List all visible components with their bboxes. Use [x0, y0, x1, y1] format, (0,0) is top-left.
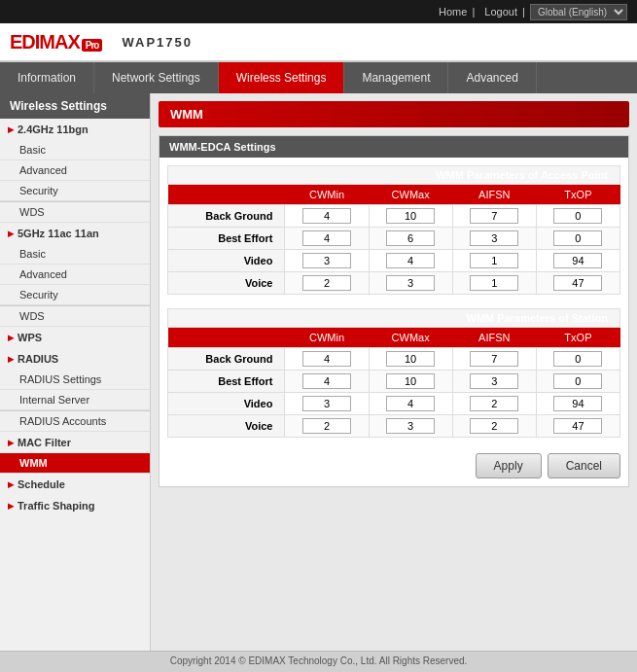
- ap-video-cwmin-input[interactable]: [302, 253, 351, 268]
- page-title: WMM: [159, 101, 629, 127]
- ap-video-cwmin: [285, 250, 369, 272]
- ap-bg-cwmax-input[interactable]: [386, 208, 435, 224]
- ap-be-cwmin-input[interactable]: [302, 230, 351, 246]
- ap-bg-cwmin: [285, 205, 369, 228]
- col-aifsn-ap: AIFSN: [452, 185, 536, 205]
- sta-bg-cwmin: [285, 348, 369, 371]
- sta-video-aifsn-input[interactable]: [470, 396, 518, 411]
- sidebar-item-2ghz-wds[interactable]: WDS: [0, 201, 150, 223]
- sidebar-item-5ghz-security[interactable]: Security: [0, 285, 150, 305]
- sta-video-cwmax-input[interactable]: [386, 396, 435, 411]
- ap-be-cwmax-input[interactable]: [386, 230, 435, 246]
- sidebar-item-2ghz-basic[interactable]: Basic: [0, 140, 150, 160]
- sidebar-item-internal-server[interactable]: Internal Server: [0, 390, 150, 410]
- sidebar-section-5ghz[interactable]: 5GHz 11ac 11an: [0, 223, 150, 244]
- sta-bg-txop-input[interactable]: [553, 351, 602, 367]
- sta-be-txop: [536, 371, 619, 393]
- col-cwmax-ap: CWMax: [369, 185, 452, 205]
- col-txop-ap: TxOP: [536, 185, 619, 205]
- sta-voice-txop: [536, 415, 619, 438]
- nav-wireless-settings[interactable]: Wireless Settings: [219, 62, 345, 93]
- nav-advanced[interactable]: Advanced: [448, 62, 536, 93]
- sta-bg-cwmin-input[interactable]: [302, 351, 351, 367]
- nav-network-settings[interactable]: Network Settings: [94, 62, 219, 93]
- ap-voice-aifsn: [452, 272, 536, 295]
- ap-be-cwmin: [285, 228, 369, 250]
- table-row: Best Effort: [168, 228, 620, 250]
- sta-video-aifsn: [452, 393, 536, 415]
- sidebar-item-radius-settings[interactable]: RADIUS Settings: [0, 370, 150, 390]
- ap-voice-txop-input[interactable]: [553, 275, 602, 291]
- ap-bg-aifsn-input[interactable]: [470, 208, 518, 224]
- sta-be-txop-input[interactable]: [553, 373, 602, 389]
- ap-voice-cwmax-input[interactable]: [386, 275, 435, 291]
- sidebar-item-5ghz-wds[interactable]: WDS: [0, 305, 150, 327]
- home-link[interactable]: Home: [439, 6, 467, 18]
- ap-voice-txop: [536, 272, 619, 295]
- brand-logo: EDIMAXPro: [10, 31, 102, 53]
- sta-be-aifsn-input[interactable]: [470, 373, 518, 389]
- col-aifsn-sta: AIFSN: [452, 328, 536, 348]
- sidebar-section-radius[interactable]: RADIUS: [0, 348, 150, 370]
- sta-voice-cwmax-input[interactable]: [386, 418, 435, 434]
- logout-link[interactable]: Logout: [484, 6, 517, 18]
- ap-video-aifsn-input[interactable]: [470, 253, 518, 268]
- sidebar-item-wmm[interactable]: WMM: [0, 453, 150, 474]
- sta-video-txop: [536, 393, 619, 415]
- ap-be-aifsn-input[interactable]: [470, 230, 518, 246]
- section-title: WMM-EDCA Settings: [159, 136, 628, 158]
- ap-bg-txop-input[interactable]: [553, 208, 602, 224]
- sta-video-cwmin-input[interactable]: [302, 396, 351, 411]
- ap-bg-cwmax: [369, 205, 452, 228]
- ap-video-cwmax-input[interactable]: [386, 253, 435, 268]
- logo-bar: EDIMAXPro WAP1750: [0, 23, 637, 62]
- sidebar-section-mac-filter[interactable]: MAC Filter: [0, 432, 150, 453]
- col-cwmin-sta: CWMin: [285, 328, 369, 348]
- sidebar-section-wps[interactable]: WPS: [0, 327, 150, 348]
- content-area: WMM WMM-EDCA Settings WMM Parameters of …: [151, 93, 637, 651]
- tables-container: WMM Parameters of Access Point CWMin CWM…: [159, 158, 628, 445]
- col-cwmin-ap: CWMin: [285, 185, 369, 205]
- sta-be-cwmax-input[interactable]: [386, 373, 435, 389]
- sidebar-item-5ghz-advanced[interactable]: Advanced: [0, 265, 150, 285]
- sidebar-section-2ghz[interactable]: 2.4GHz 11bgn: [0, 119, 150, 140]
- ap-video-txop-input[interactable]: [553, 253, 602, 268]
- sta-bg-cwmax-input[interactable]: [386, 351, 435, 367]
- table-row: Video: [168, 393, 620, 415]
- ap-bg-label: Back Ground: [168, 205, 285, 228]
- ap-be-txop-input[interactable]: [553, 230, 602, 246]
- ap-voice-aifsn-input[interactable]: [470, 275, 518, 291]
- col-cwmax-sta: CWMax: [369, 328, 452, 348]
- ap-be-cwmax: [369, 228, 452, 250]
- sidebar-item-2ghz-security[interactable]: Security: [0, 181, 150, 201]
- nav-information[interactable]: Information: [0, 62, 94, 93]
- table-row: Back Ground: [168, 348, 620, 371]
- sta-be-cwmin-input[interactable]: [302, 373, 351, 389]
- sta-video-txop-input[interactable]: [553, 396, 602, 411]
- sidebar-section-schedule[interactable]: Schedule: [0, 474, 150, 495]
- nav-bar: Information Network Settings Wireless Se…: [0, 62, 637, 93]
- ap-video-txop: [536, 250, 619, 272]
- language-select[interactable]: Global (English): [530, 4, 627, 20]
- sidebar-item-radius-accounts[interactable]: RADIUS Accounts: [0, 410, 150, 432]
- ap-be-txop: [536, 228, 619, 250]
- apply-button[interactable]: Apply: [476, 453, 542, 478]
- sidebar-item-2ghz-advanced[interactable]: Advanced: [0, 160, 150, 181]
- table-row: Voice: [168, 415, 620, 438]
- sta-video-cwmax: [369, 393, 452, 415]
- sta-voice-label: Voice: [168, 415, 285, 438]
- sidebar: Wireless Settings 2.4GHz 11bgn Basic Adv…: [0, 93, 151, 651]
- sidebar-section-traffic-shaping[interactable]: Traffic Shaping: [0, 495, 150, 516]
- sta-be-cwmax: [369, 371, 452, 393]
- ap-bg-cwmin-input[interactable]: [302, 208, 351, 224]
- sta-voice-cwmin-input[interactable]: [302, 418, 351, 434]
- sta-voice-aifsn-input[interactable]: [470, 418, 518, 434]
- sta-table: WMM Parameters of Station CWMin CWMax AI…: [167, 308, 620, 438]
- main-layout: Wireless Settings 2.4GHz 11bgn Basic Adv…: [0, 93, 637, 651]
- nav-management[interactable]: Management: [344, 62, 448, 93]
- sta-bg-aifsn-input[interactable]: [470, 351, 518, 367]
- cancel-button[interactable]: Cancel: [548, 453, 620, 478]
- sta-voice-txop-input[interactable]: [553, 418, 602, 434]
- sidebar-item-5ghz-basic[interactable]: Basic: [0, 244, 150, 265]
- ap-voice-cwmin-input[interactable]: [302, 275, 351, 291]
